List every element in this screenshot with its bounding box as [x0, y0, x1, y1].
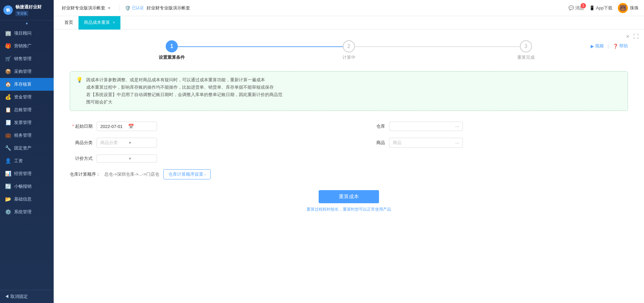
purchase-icon: 📦 [5, 69, 11, 75]
sidebar-item-salary[interactable]: 👤 工资 [0, 155, 54, 167]
sidebar-item-invoice[interactable]: 🧾 发票管理 [0, 116, 54, 129]
more-icon: ··· [455, 124, 459, 129]
account-selector[interactable]: 好业财专业版演示帐套 ▼ [59, 4, 114, 12]
form-row-dates: 起始日期 2022-07-01 📅 仓库 ··· [70, 122, 628, 131]
inventory-icon: 🏠 [5, 81, 11, 87]
company-name: 好业财专业版演示帐套 [147, 5, 190, 11]
sidebar-item-label: 项目顾问 [14, 30, 32, 36]
topbar-actions: 💬 消息 1 📱 App下载 🐻 珠珠 [569, 3, 639, 13]
avatar: 🐻 [618, 3, 628, 13]
calc-order-label: 仓库计算顺序： [70, 171, 100, 177]
tab-home[interactable]: 首页 [59, 16, 78, 30]
verified-badge: 🛡️ 已认证 [125, 5, 144, 11]
video-link[interactable]: ▶ 视频 [591, 43, 604, 49]
sidebar-unpin-button[interactable]: ◀ 取消固定 [0, 290, 54, 303]
notice-box: 💡 因成本计算参数调整、或是对商品成本有疑问时，可以通过成本重算功能，重新计算一… [70, 71, 628, 111]
scroll-up-arrow[interactable]: ▲ [0, 20, 54, 26]
message-icon: 💬 [569, 5, 574, 10]
sidebar-item-sales[interactable]: 🛒 销售管理 [0, 52, 54, 65]
operation-icon: 📊 [5, 171, 11, 177]
sidebar-item-label: 营销推广 [14, 43, 32, 49]
calendar-icon[interactable]: 📅 [128, 124, 153, 129]
sidebar-item-label: 基础信息 [14, 196, 32, 202]
account-name: 好业财专业版演示帐套 [62, 5, 105, 11]
calc-order-row: 仓库计算顺序： 总仓->深圳仓库->...->门店仓 仓库计算顺序设置 › [70, 169, 628, 179]
sidebar-item-marketing[interactable]: 🎁 营销推广 [0, 40, 54, 52]
sidebar-item-label: 经营管理 [14, 171, 32, 177]
sidebar-title-block: 畅捷通好业财 专业版 [15, 4, 42, 16]
tax-icon: 💼 [5, 132, 11, 138]
main-area: 好业财专业版演示帐套 ▼ 🛡️ 已认证 好业财专业版演示帐套 💬 消息 1 📱 … [54, 0, 644, 303]
sidebar-item-operation[interactable]: 📊 经营管理 [0, 167, 54, 180]
chevron-right-icon: › [205, 172, 206, 176]
recalc-section: 重算成本 重算过程耗时较长，重算时您可以正常使用产品 [70, 190, 628, 212]
sidebar-item-label: 资金管理 [14, 94, 32, 100]
sidebar-item-label: 工资 [14, 158, 23, 164]
sales-icon: 🛒 [5, 56, 11, 62]
sidebar-item-label: 发票管理 [14, 120, 32, 126]
sidebar-item-label: 采购管理 [14, 69, 32, 75]
goods-input[interactable]: 商品 ··· [389, 138, 463, 148]
warehouse-input[interactable]: ··· [389, 122, 463, 131]
topbar: 好业财专业版演示帐套 ▼ 🛡️ 已认证 好业财专业版演示帐套 💬 消息 1 📱 … [54, 0, 644, 16]
app-logo: 畅 [3, 5, 13, 15]
tab-cost-recalc[interactable]: 商品成本重算 × [78, 16, 120, 30]
project-icon: 🏢 [5, 30, 11, 36]
step-2-circle: 2 [343, 40, 355, 52]
step-2-line [349, 46, 526, 47]
topbar-divider [119, 5, 119, 11]
sidebar-item-basic[interactable]: 📂 基础信息 [0, 193, 54, 206]
form-field-category: 商品分类 商品分类 ▼ [70, 138, 335, 148]
app-download-button[interactable]: 📱 App下载 [589, 5, 612, 11]
sidebar-item-label: 系统管理 [14, 209, 32, 215]
start-date-input[interactable]: 2022-07-01 📅 [97, 122, 157, 131]
accounting-icon: 📋 [5, 107, 11, 113]
phone-icon: 📱 [589, 5, 595, 10]
pricing-select[interactable]: ▼ [97, 155, 157, 163]
tabbar: 首页 商品成本重算 × [54, 16, 644, 30]
sidebar-item-label: 总账管理 [14, 107, 32, 113]
sidebar-item-project[interactable]: 🏢 项目顾问 [0, 27, 54, 40]
sidebar-item-label: 小畅报销 [14, 183, 32, 189]
close-button[interactable]: × [626, 34, 629, 40]
help-link[interactable]: ❓ 帮助 [613, 43, 628, 49]
sidebar-item-label: 销售管理 [14, 56, 32, 62]
edition-badge: 专业版 [15, 11, 28, 16]
sidebar-item-assets[interactable]: 🔧 固定资产 [0, 142, 54, 155]
finance-icon: 💰 [5, 94, 11, 100]
expand-button[interactable]: ⛶ [633, 34, 639, 40]
sidebar-item-label: 库存核算 [14, 81, 32, 87]
sidebar-item-expense[interactable]: 🔄 小畅报销 [0, 180, 54, 193]
category-select[interactable]: 商品分类 ▼ [97, 138, 157, 148]
chevron-down-icon: ▼ [128, 141, 153, 145]
start-date-label: 起始日期 [70, 123, 97, 129]
user-menu[interactable]: 🐻 珠珠 [618, 3, 639, 13]
message-badge: 1 [581, 3, 586, 8]
form-row-category: 商品分类 商品分类 ▼ 商品 商品 ··· [70, 138, 628, 148]
steps-container: 1 设置重算条件 2 计算中 3 重算完成 [70, 40, 628, 60]
sidebar-item-finance[interactable]: 💰 资金管理 [0, 91, 54, 103]
tab-close-icon[interactable]: × [113, 20, 115, 25]
form-field-goods: 商品 商品 ··· [362, 138, 628, 148]
marketing-icon: 🎁 [5, 43, 11, 49]
expense-icon: 🔄 [5, 183, 11, 189]
sidebar-item-purchase[interactable]: 📦 采购管理 [0, 65, 54, 78]
step-3-label: 重算完成 [517, 54, 535, 60]
step-1: 1 设置重算条件 [83, 40, 260, 60]
pricing-chevron-down-icon: ▼ [128, 157, 153, 161]
sidebar-item-system[interactable]: ⚙️ 系统管理 [0, 206, 54, 218]
calc-order-value: 总仓->深圳仓库->...->门店仓 [104, 171, 159, 177]
info-icon: 💡 [76, 77, 83, 106]
sidebar-item-label: 税务管理 [14, 132, 32, 138]
sidebar-item-inventory[interactable]: 🏠 库存核算 [0, 78, 54, 91]
calc-order-settings-button[interactable]: 仓库计算顺序设置 › [163, 169, 211, 179]
recalc-button[interactable]: 重算成本 [319, 190, 379, 203]
user-name: 珠珠 [630, 5, 639, 11]
account-chevron-down-icon: ▼ [107, 6, 111, 10]
step-3-circle: 3 [520, 40, 532, 52]
content-area: × ⛶ 1 设置重算条件 2 计算中 [54, 30, 644, 303]
goods-label: 商品 [362, 140, 389, 146]
sidebar-item-accounting[interactable]: 📋 总账管理 [0, 103, 54, 116]
sidebar-item-tax[interactable]: 💼 税务管理 [0, 129, 54, 142]
message-button[interactable]: 💬 消息 1 [569, 5, 584, 11]
